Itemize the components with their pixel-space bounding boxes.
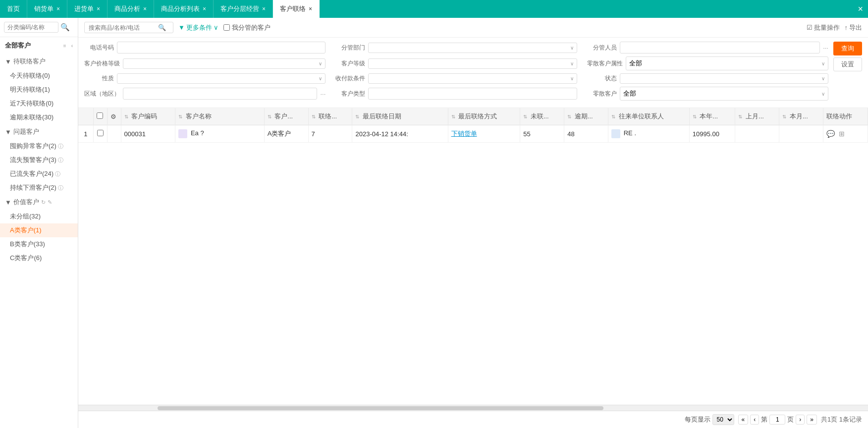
tab-analysis[interactable]: 商品分析 × xyxy=(108,0,154,18)
group-label-value: 价值客户 xyxy=(13,198,39,207)
sort-this-month-icon: ⇅ xyxy=(782,114,786,119)
first-page-btn[interactable]: « xyxy=(738,415,749,425)
tab-customer-contact[interactable]: 客户联络 × xyxy=(273,0,320,18)
col-last-month[interactable]: ⇅ 上月... xyxy=(735,108,779,125)
col-name[interactable]: ⇅ 客户名称 xyxy=(175,108,264,125)
row-checkbox[interactable] xyxy=(97,130,104,136)
phone-input[interactable] xyxy=(117,42,326,54)
retail-select[interactable]: 全部 ∨ xyxy=(620,87,828,101)
sidebar-item-overdue[interactable]: 逾期未联络(30) xyxy=(0,110,78,124)
last-page-btn[interactable]: » xyxy=(807,415,817,425)
region-input[interactable] xyxy=(123,88,317,100)
sidebar-item-loss-warning[interactable]: 流失预警客户(3) ⓘ xyxy=(0,153,78,167)
tab-analysis-list[interactable]: 商品分析列表 × xyxy=(154,0,214,18)
close-sidebar-icon[interactable]: ‹ xyxy=(71,43,73,49)
tab-home[interactable]: 首页 xyxy=(0,0,27,18)
group-header-problem[interactable]: ▼ 问题客户 xyxy=(0,124,78,139)
sidebar-item-tomorrow[interactable]: 明天待联络(1) xyxy=(0,83,78,97)
nature-select[interactable]: ∨ xyxy=(117,73,326,84)
search-button[interactable]: 查询 xyxy=(833,42,862,55)
sidebar-item-declining[interactable]: 持续下滑客户(2) ⓘ xyxy=(0,181,78,195)
batch-op-btn[interactable]: ☑ 批量操作 xyxy=(807,23,840,32)
table-settings-icon[interactable]: ⚙ xyxy=(110,113,116,120)
tab-sales[interactable]: 销货单 × xyxy=(27,0,67,18)
qr-icon[interactable]: ⊞ xyxy=(839,130,845,138)
sidebar-item-a-class[interactable]: A类客户(1) xyxy=(0,223,78,237)
export-btn[interactable]: ↑ 导出 xyxy=(845,23,863,32)
col-contact[interactable]: ⇅ 联络... xyxy=(308,108,352,125)
tab-customer-contact-close[interactable]: × xyxy=(309,5,312,12)
status-select[interactable]: ∨ xyxy=(620,73,828,84)
sidebar-item-7days[interactable]: 近7天待联络(0) xyxy=(0,97,78,110)
next-page-btn[interactable]: › xyxy=(796,415,805,425)
col-this-month[interactable]: ⇅ 本月... xyxy=(779,108,823,125)
window-close-icon[interactable]: × xyxy=(858,4,863,14)
horizontal-scrollbar[interactable] xyxy=(78,405,868,411)
sidebar-item-ungrouped[interactable]: 未分组(32) xyxy=(0,210,78,223)
col-last-contact-method[interactable]: ⇅ 最后联络方式 xyxy=(448,108,520,125)
region-dots[interactable]: ··· xyxy=(320,90,326,98)
table-header-row: ⚙ ⇅ 客户编码 ⇅ 客户名称 ⇅ xyxy=(78,108,868,125)
row-method[interactable]: 下销货单 xyxy=(451,130,477,137)
sidebar-item-lost[interactable]: 已流失客户(24) ⓘ xyxy=(0,167,78,181)
my-customers-checkbox[interactable] xyxy=(223,24,230,31)
scroll-thumb[interactable] xyxy=(158,406,603,410)
sidebar-search-icon[interactable]: 🔍 xyxy=(60,23,70,32)
tab-analysis-close[interactable]: × xyxy=(143,5,147,12)
collapse-icon[interactable]: ≡ xyxy=(63,43,66,49)
col-company-contact[interactable]: ⇅ 往来单位联系人 xyxy=(608,108,690,125)
customer-type-input[interactable] xyxy=(368,88,577,100)
tab-purchase-close[interactable]: × xyxy=(97,5,100,12)
dept-arrow-icon: ∨ xyxy=(570,45,574,51)
refresh-icon[interactable]: ↻ xyxy=(41,199,46,206)
col-no-contact[interactable]: ⇅ 未联... xyxy=(520,108,564,125)
col-this-year[interactable]: ⇅ 本年... xyxy=(689,108,735,125)
sidebar-item-today[interactable]: 今天待联络(0) xyxy=(0,69,78,83)
loss-warning-info-icon: ⓘ xyxy=(58,157,63,164)
manager-input[interactable] xyxy=(620,42,820,54)
sidebar-search-input[interactable] xyxy=(4,22,58,33)
retail-attr-select[interactable]: 全部 ∨ xyxy=(626,56,828,70)
tab-purchase[interactable]: 进货单 × xyxy=(67,0,108,18)
payment-label: 收付款条件 xyxy=(335,74,365,83)
settings-button[interactable]: 设置 xyxy=(833,57,862,71)
sidebar-item-hoarding[interactable]: 囤购异常客户(2) ⓘ xyxy=(0,139,78,153)
group-header-pending[interactable]: ▼ 待联络客户 xyxy=(0,54,78,69)
chat-icon[interactable]: 💬 xyxy=(826,130,835,138)
page-input[interactable] xyxy=(769,415,785,425)
price-level-select[interactable]: ∨ xyxy=(123,58,326,69)
filter-search-input[interactable] xyxy=(89,24,158,31)
data-table: ⚙ ⇅ 客户编码 ⇅ 客户名称 ⇅ xyxy=(78,108,868,143)
dept-select[interactable]: ∨ xyxy=(368,43,577,53)
more-conditions-btn[interactable]: ▼ 更多条件 ∨ xyxy=(178,23,218,32)
7days-label: 近7天待联络(0) xyxy=(10,99,54,108)
select-all-checkbox[interactable] xyxy=(97,112,103,119)
customer-level-select[interactable]: ∨ xyxy=(368,58,577,69)
table-scroll[interactable]: ⚙ ⇅ 客户编码 ⇅ 客户名称 ⇅ xyxy=(78,108,868,405)
edit-icon[interactable]: ✎ xyxy=(48,199,52,206)
prev-page-btn[interactable]: ‹ xyxy=(750,415,759,425)
tab-analysis-list-close[interactable]: × xyxy=(203,5,206,12)
manager-dots[interactable]: ··· xyxy=(823,44,828,52)
tab-customer-tier[interactable]: 客户分层经营 × xyxy=(214,0,273,18)
sort-last-month-icon: ⇅ xyxy=(738,114,742,119)
col-code[interactable]: ⇅ 客户编码 xyxy=(121,108,175,125)
group-header-value[interactable]: ▼ 价值客户 ↻ ✎ xyxy=(0,195,78,210)
group-label-pending: 待联络客户 xyxy=(13,57,46,66)
row-action-cell: 💬 ⊞ xyxy=(823,125,868,143)
per-page-select[interactable]: 50 xyxy=(712,414,734,425)
filter-row-1: 电话号码 分管部门 ∨ 分管人员 xyxy=(84,42,828,54)
filter-search-icon[interactable]: 🔍 xyxy=(158,24,166,31)
tab-purchase-label: 进货单 xyxy=(74,4,94,13)
payment-select[interactable]: ∨ xyxy=(368,73,577,84)
row-contact: 7 xyxy=(312,130,315,138)
col-last-contact-date[interactable]: ⇅ 最后联络日期 xyxy=(352,108,448,125)
col-type[interactable]: ⇅ 客户... xyxy=(264,108,308,125)
sidebar: 🔍 全部客户 ≡ ‹ ▼ 待联络客户 今天待联络(0) 明天待联络(1) xyxy=(0,18,78,428)
sidebar-item-b-class[interactable]: B类客户(33) xyxy=(0,237,78,251)
col-overdue[interactable]: ⇅ 逾期... xyxy=(564,108,608,125)
tab-customer-tier-close[interactable]: × xyxy=(262,5,266,12)
sidebar-item-c-class[interactable]: C类客户(6) xyxy=(0,251,78,265)
overdue-label: 逾期未联络(30) xyxy=(10,113,54,122)
tab-sales-close[interactable]: × xyxy=(56,5,60,12)
